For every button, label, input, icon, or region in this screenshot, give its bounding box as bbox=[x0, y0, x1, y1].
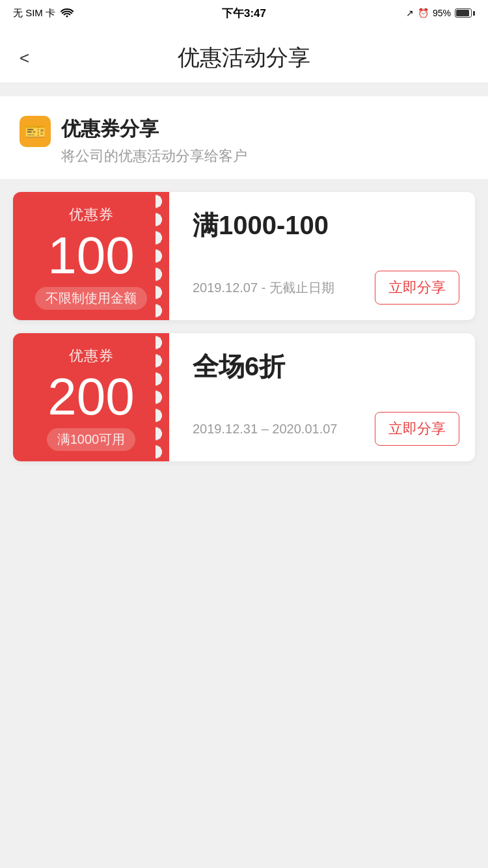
coupon-amount-1: 200 bbox=[47, 371, 134, 423]
coupon-right-1: 全场6折 2019.12.31 – 2020.01.07 立即分享 bbox=[169, 333, 475, 461]
status-left: 无 SIM 卡 bbox=[13, 7, 74, 20]
section-text: 优惠券分享 将公司的优惠活动分享给客户 bbox=[61, 116, 247, 166]
coupon-label-1: 优惠券 bbox=[69, 346, 114, 366]
bottom-space bbox=[0, 461, 488, 852]
coupon-card: 优惠券 200 满1000可用 全场6折 2019.12.31 – 2020.0… bbox=[13, 333, 475, 461]
carrier-text: 无 SIM 卡 bbox=[13, 7, 55, 20]
coupon-left-1: 优惠券 200 满1000可用 bbox=[13, 333, 169, 461]
coupon-date-0: 2019.12.07 - 无截止日期 bbox=[193, 279, 367, 297]
battery-percent: 95% bbox=[433, 8, 451, 18]
coupon-zigzag-0 bbox=[156, 192, 170, 320]
section-header: 🎫 优惠券分享 将公司的优惠活动分享给客户 bbox=[0, 96, 488, 179]
coupon-left-0: 优惠券 100 不限制使用金额 bbox=[13, 192, 169, 320]
nav-bar: < 优惠活动分享 bbox=[0, 26, 488, 83]
coupon-zigzag-1 bbox=[156, 333, 170, 461]
alarm-icon: ⏰ bbox=[418, 8, 429, 18]
gps-icon: ↗ bbox=[406, 8, 414, 18]
coupon-title-1: 全场6折 bbox=[193, 349, 459, 385]
coupon-label-0: 优惠券 bbox=[69, 205, 114, 224]
coupon-meta-0: 2019.12.07 - 无截止日期 立即分享 bbox=[193, 271, 459, 305]
coupon-card: 优惠券 100 不限制使用金额 满1000-100 2019.12.07 - 无… bbox=[13, 192, 475, 320]
section-icon: 🎫 bbox=[20, 116, 51, 147]
coupon-amount-0: 100 bbox=[47, 230, 134, 282]
share-button-1[interactable]: 立即分享 bbox=[375, 412, 459, 446]
status-bar: 无 SIM 卡 下午3:47 ↗ ⏰ 95% bbox=[0, 0, 488, 26]
coupon-meta-1: 2019.12.31 – 2020.01.07 立即分享 bbox=[193, 412, 459, 446]
section-subtitle: 将公司的优惠活动分享给客户 bbox=[61, 146, 247, 166]
coupon-restriction-0: 不限制使用金额 bbox=[35, 287, 147, 310]
coupon-date-1: 2019.12.31 – 2020.01.07 bbox=[193, 422, 367, 437]
coupon-list: 优惠券 100 不限制使用金额 满1000-100 2019.12.07 - 无… bbox=[0, 179, 488, 461]
section-title: 优惠券分享 bbox=[61, 116, 247, 142]
share-button-0[interactable]: 立即分享 bbox=[375, 271, 459, 305]
battery-icon bbox=[455, 8, 475, 18]
status-time: 下午3:47 bbox=[222, 6, 266, 21]
coupon-title-0: 满1000-100 bbox=[193, 208, 459, 243]
back-button[interactable]: < bbox=[20, 47, 29, 68]
coupon-restriction-1: 满1000可用 bbox=[47, 428, 136, 451]
wifi-icon bbox=[61, 7, 74, 20]
coupon-right-0: 满1000-100 2019.12.07 - 无截止日期 立即分享 bbox=[169, 192, 475, 320]
status-right: ↗ ⏰ 95% bbox=[406, 8, 475, 18]
page-title: 优惠活动分享 bbox=[178, 43, 310, 73]
